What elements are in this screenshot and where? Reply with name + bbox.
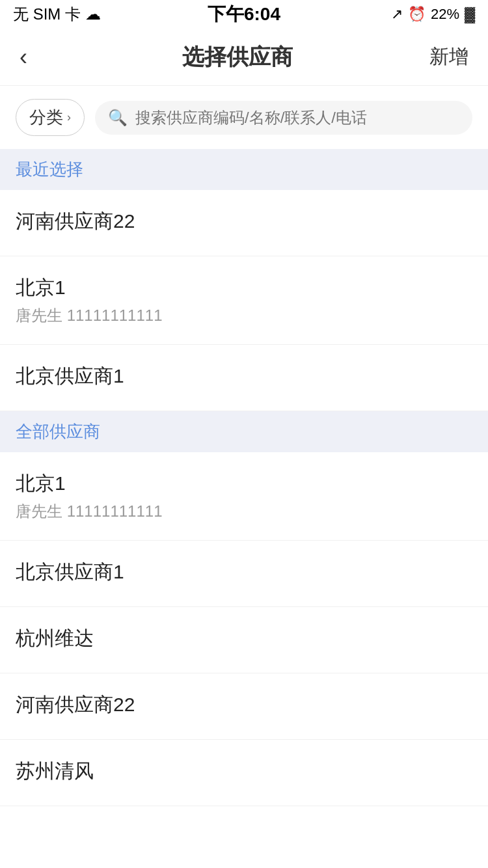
add-button[interactable]: 新增 (416, 44, 468, 70)
recent-list-item[interactable]: 北京供应商1 (0, 345, 488, 411)
recent-list-item[interactable]: 河南供应商22 (0, 190, 488, 256)
all-list-item[interactable]: 杭州维达 (0, 607, 488, 673)
search-box[interactable]: 🔍 (95, 101, 472, 135)
status-time: 下午6:04 (208, 2, 280, 27)
sim-label: 无 SIM 卡 ☁ (13, 4, 101, 25)
all-list-item[interactable]: 北京供应商1 (0, 541, 488, 607)
page-title: 选择供应商 (182, 42, 293, 72)
all-list-item[interactable]: 苏州清风 (0, 740, 488, 806)
recent-section-header: 最近选择 (0, 149, 488, 190)
recent-list-item[interactable]: 北京1唐先生 11111111111 (0, 256, 488, 345)
alarm-icon: ⏰ (408, 6, 426, 23)
battery-icon: ▓ (465, 6, 475, 23)
status-right: ↗ ⏰ 22% ▓ (391, 6, 475, 23)
item-name: 北京1 (16, 470, 472, 497)
all-list-item[interactable]: 北京1唐先生 11111111111 (0, 452, 488, 541)
item-name: 北京供应商1 (16, 559, 472, 586)
category-button[interactable]: 分类 › (16, 99, 85, 136)
all-list-item[interactable]: 河南供应商22 (0, 673, 488, 740)
search-icon: 🔍 (108, 109, 128, 127)
filter-bar: 分类 › 🔍 (0, 86, 488, 149)
item-name: 河南供应商22 (16, 208, 472, 235)
battery-label: 22% (431, 6, 459, 23)
chevron-right-icon: › (67, 111, 71, 124)
all-section-header: 全部供应商 (0, 411, 488, 452)
nav-bar: ‹ 选择供应商 新增 (0, 29, 488, 86)
back-button[interactable]: ‹ (20, 44, 59, 71)
item-name: 河南供应商22 (16, 692, 472, 718)
status-bar: 无 SIM 卡 ☁ 下午6:04 ↗ ⏰ 22% ▓ (0, 0, 488, 29)
all-list: 北京1唐先生 11111111111北京供应商1杭州维达河南供应商22苏州清风 (0, 452, 488, 806)
location-icon: ↗ (391, 6, 403, 23)
item-sub: 唐先生 11111111111 (16, 501, 472, 522)
item-name: 北京供应商1 (16, 363, 472, 390)
category-label: 分类 (29, 106, 63, 129)
recent-list: 河南供应商22北京1唐先生 11111111111北京供应商1 (0, 190, 488, 411)
search-input[interactable] (135, 109, 459, 127)
status-left: 无 SIM 卡 ☁ (13, 4, 101, 25)
item-name: 北京1 (16, 275, 472, 301)
item-name: 杭州维达 (16, 625, 472, 652)
item-name: 苏州清风 (16, 758, 472, 785)
item-sub: 唐先生 11111111111 (16, 305, 472, 326)
